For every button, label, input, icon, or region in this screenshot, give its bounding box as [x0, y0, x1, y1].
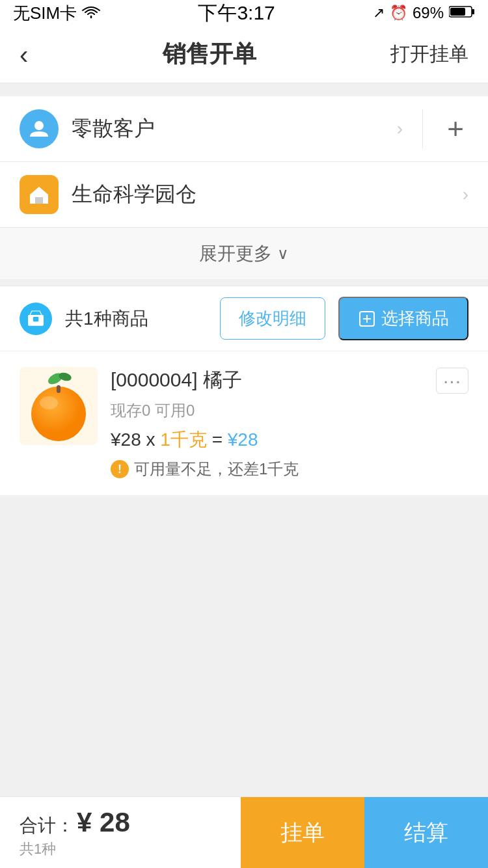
product-stock: 现存0 可用0 [111, 400, 468, 421]
total-sub: 共1种 [20, 839, 221, 859]
main-content-area [0, 495, 488, 807]
status-left: 无SIM卡 [13, 2, 100, 25]
svg-point-14 [40, 396, 58, 409]
hang-button[interactable]: 挂单 [241, 797, 364, 868]
alarm-icon: ⏰ [390, 5, 407, 21]
total-label: 合计： [20, 813, 74, 838]
status-time: 下午3:17 [198, 0, 275, 27]
expand-chevron-icon: ∨ [277, 245, 289, 263]
signal-text: 无SIM卡 [13, 2, 77, 25]
warehouse-row[interactable]: 生命科学园仓 › [0, 162, 488, 227]
checkout-button[interactable]: 结算 [364, 797, 488, 868]
battery-text: 69% [413, 4, 444, 22]
warning-text: 可用量不足，还差1千克 [134, 459, 299, 480]
product-price: ¥28 [111, 429, 141, 450]
warehouse-chevron-icon: › [463, 184, 468, 205]
total-amount: ¥ 28 [77, 807, 130, 838]
page-title: 销售开单 [163, 38, 256, 70]
expand-more-label: 展开更多 [199, 241, 272, 266]
spacer-2 [0, 279, 488, 286]
customer-row: 零散客户 › + [0, 96, 488, 161]
status-right: ↗ ⏰ 69% [373, 4, 475, 22]
open-hang-button[interactable]: 打开挂单 [390, 41, 468, 68]
multiply-sign: x [146, 429, 161, 450]
svg-point-13 [31, 387, 86, 441]
customer-avatar [20, 109, 59, 148]
select-product-button[interactable]: 选择商品 [338, 297, 468, 340]
chevron-right-icon: › [397, 118, 403, 139]
location-icon: ↗ [373, 5, 385, 21]
product-quantity: 1千克 [160, 429, 207, 450]
wifi-icon [82, 3, 100, 23]
product-name: [0000004] 橘子 [111, 367, 242, 394]
nav-bar: ‹ 销售开单 打开挂单 [0, 26, 488, 83]
add-customer-button[interactable]: + [423, 113, 488, 145]
spacer-1 [0, 83, 488, 96]
expand-more-button[interactable]: 展开更多 ∨ [0, 227, 488, 279]
customer-selector[interactable]: 零散客户 › [0, 109, 423, 148]
svg-rect-6 [33, 317, 38, 321]
svg-rect-4 [35, 197, 43, 204]
products-count: 共1种商品 [65, 306, 207, 331]
warning-icon: ! [111, 460, 129, 478]
product-more-button[interactable]: ··· [436, 368, 468, 394]
product-image [20, 367, 98, 445]
warehouse-icon [20, 175, 59, 214]
modify-detail-button[interactable]: 修改明细 [220, 297, 325, 340]
product-item: [0000004] 橘子 ··· 现存0 可用0 ¥28 x 1千克 = ¥28… [0, 351, 488, 495]
products-icon [20, 303, 52, 335]
select-product-label: 选择商品 [381, 307, 449, 330]
customer-name: 零散客户 [72, 115, 390, 143]
product-info: [0000004] 橘子 ··· 现存0 可用0 ¥28 x 1千克 = ¥28… [111, 367, 468, 480]
total-section: 合计： ¥ 28 共1种 [0, 797, 241, 868]
svg-point-3 [34, 121, 44, 130]
bottom-bar: 合计： ¥ 28 共1种 挂单 结算 [0, 796, 488, 868]
svg-rect-1 [472, 9, 474, 14]
product-price-row: ¥28 x 1千克 = ¥28 [111, 427, 468, 452]
svg-rect-2 [450, 8, 465, 16]
product-title-row: [0000004] 橘子 ··· [111, 367, 468, 394]
product-total: ¥28 [228, 429, 258, 450]
warehouse-name: 生命科学园仓 [72, 180, 456, 209]
product-warning: ! 可用量不足，还差1千克 [111, 459, 468, 480]
products-header: 共1种商品 修改明细 选择商品 [0, 286, 488, 351]
status-bar: 无SIM卡 下午3:17 ↗ ⏰ 69% [0, 0, 488, 26]
back-button[interactable]: ‹ [20, 42, 28, 68]
svg-rect-15 [57, 385, 61, 393]
battery-icon [449, 4, 475, 22]
equals-sign: = [212, 429, 228, 450]
